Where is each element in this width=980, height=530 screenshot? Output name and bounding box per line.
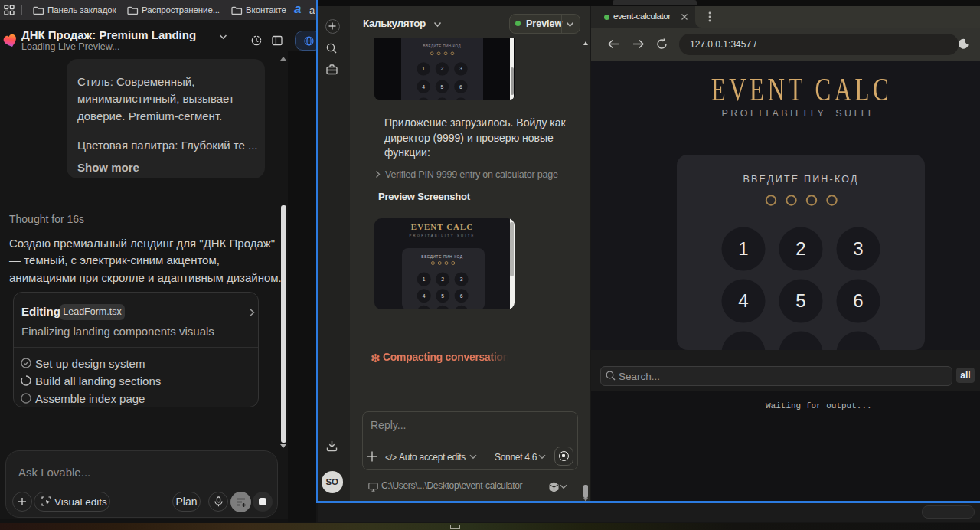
svg-text:6: 6 — [459, 293, 462, 299]
svg-text:1: 1 — [422, 66, 425, 71]
svg-text:EVENT CALC: EVENT CALC — [410, 222, 472, 231]
svg-text:2: 2 — [441, 276, 444, 282]
svg-text:ВВЕДИТЕ ПИН-КОД: ВВЕДИТЕ ПИН-КОД — [423, 44, 461, 48]
svg-text:2: 2 — [795, 238, 805, 259]
svg-text:1: 1 — [422, 276, 425, 282]
svg-text:PROFITABILITY SUITE: PROFITABILITY SUITE — [409, 234, 475, 238]
svg-text:3: 3 — [459, 276, 462, 282]
svg-text:4: 4 — [738, 290, 748, 311]
svg-text:6: 6 — [459, 84, 462, 90]
svg-text:5: 5 — [441, 293, 444, 299]
svg-text:5: 5 — [441, 84, 444, 90]
svg-text:1: 1 — [738, 238, 748, 259]
svg-text:2: 2 — [441, 66, 444, 71]
svg-text:6: 6 — [853, 290, 863, 311]
svg-text:3: 3 — [853, 238, 863, 259]
svg-text:4: 4 — [422, 293, 425, 299]
svg-text:5: 5 — [795, 290, 805, 311]
svg-text:3: 3 — [459, 66, 462, 71]
svg-text:4: 4 — [422, 84, 425, 90]
svg-text:ВВЕДИТЕ ПИН-КОД: ВВЕДИТЕ ПИН-КОД — [421, 256, 462, 260]
